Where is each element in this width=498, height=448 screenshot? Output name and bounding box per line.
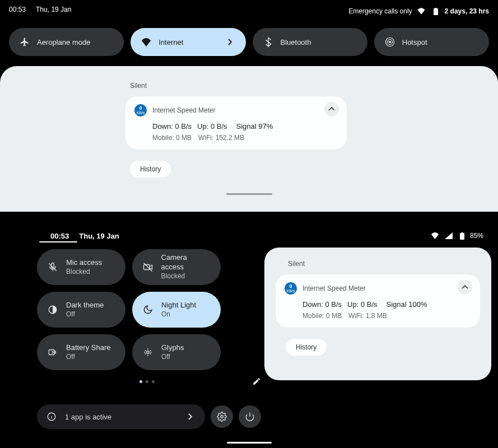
signal-icon	[443, 230, 454, 241]
history-button[interactable]: History	[286, 339, 327, 356]
tile-sub: Off	[66, 353, 111, 362]
page-dot[interactable]	[139, 380, 142, 383]
tile-sub: Off	[66, 310, 104, 319]
internet-tile[interactable]: Internet	[131, 28, 245, 56]
active-indicator	[39, 241, 77, 242]
night-light-tile[interactable]: Night LightOn	[132, 292, 221, 328]
bluetooth-icon	[263, 36, 274, 48]
svg-rect-0	[434, 8, 438, 15]
clock: 00:53	[9, 6, 26, 17]
tile-label: Hotspot	[402, 38, 427, 46]
hotspot-icon	[384, 36, 395, 48]
camera-access-tile[interactable]: Camera accessBlocked	[132, 249, 221, 285]
battery-percent: 85%	[470, 232, 483, 240]
dark-theme-tile[interactable]: Dark themeOff	[37, 292, 125, 328]
svg-point-12	[221, 416, 224, 418]
collapse-button[interactable]	[458, 280, 472, 295]
svg-rect-6	[461, 232, 463, 234]
clock: 00:53	[50, 232, 69, 240]
bluetooth-tile[interactable]: Bluetooth	[253, 28, 367, 56]
tile-sub: Off	[161, 353, 184, 362]
moon-icon	[142, 304, 153, 315]
gesture-nav-bar[interactable]	[227, 442, 272, 444]
tile-label: Bluetooth	[281, 38, 311, 46]
notification-app-name: Internet Speed Meter	[152, 106, 216, 114]
settings-button[interactable]	[211, 405, 233, 428]
notification-subtitle: Mobile: 0 MBWiFi: 152.2 MB	[152, 134, 338, 142]
glyphs-tile[interactable]: GlyphsOff	[132, 334, 221, 370]
camera-off-icon	[142, 262, 153, 273]
status-bar-bottom: 00:53 Thu, 19 Jan 85%	[0, 226, 498, 249]
tile-title: Mic access	[66, 258, 102, 268]
battery-icon	[430, 6, 441, 17]
edit-tiles-button[interactable]	[252, 377, 261, 386]
app-icon-internet-speed-meter: 0KB/s	[134, 104, 147, 116]
chevron-right-icon	[225, 36, 236, 48]
notification-subtitle: Mobile: 0 MBWiFi: 1.8 MB	[302, 312, 471, 320]
mic-off-icon	[47, 262, 58, 273]
hotspot-tile[interactable]: Hotspot	[374, 28, 489, 56]
dark-theme-icon	[47, 304, 58, 315]
tile-title: Camera access	[161, 253, 211, 272]
svg-point-2	[389, 41, 390, 43]
svg-rect-1	[435, 8, 436, 9]
svg-point-10	[147, 351, 150, 354]
active-apps-button[interactable]: 1 app is active	[37, 404, 205, 429]
info-icon	[46, 411, 57, 422]
notification-shade-top: Silent 0KB/s Internet Speed Meter Down: …	[0, 66, 498, 212]
tile-label: Internet	[159, 38, 183, 46]
quick-settings-grid: Mic accessBlocked Camera accessBlocked D…	[0, 249, 258, 370]
svg-rect-5	[460, 233, 464, 240]
wifi-icon	[430, 230, 441, 241]
aeroplane-mode-tile[interactable]: Aeroplane mode	[9, 28, 124, 56]
mic-access-tile[interactable]: Mic accessBlocked	[37, 249, 125, 285]
quick-settings-row: Aeroplane mode Internet Bluetooth Hots	[0, 22, 498, 66]
tile-sub: Blocked	[66, 268, 102, 277]
tile-title: Glyphs	[161, 343, 184, 353]
wifi-icon	[416, 6, 427, 17]
tile-title: Dark theme	[66, 301, 104, 310]
app-icon-internet-speed-meter: 0KB/s	[285, 282, 297, 295]
notification-title: Down: 0 B/sUp: 0 B/sSignal 100%	[302, 300, 471, 309]
page-indicator	[18, 380, 276, 383]
tile-title: Night Light	[161, 301, 196, 310]
date: Thu, 19 Jan	[36, 6, 71, 17]
history-button[interactable]: History	[130, 161, 171, 178]
collapse-button[interactable]	[324, 102, 339, 116]
chevron-right-icon	[185, 411, 196, 422]
tile-title: Battery Share	[66, 343, 111, 353]
notification-title: Down: 0 B/sUp: 0 B/sSignal 97%	[152, 122, 338, 130]
notification-section-silent: Silent	[130, 82, 498, 90]
wifi-icon	[141, 36, 152, 48]
emergency-text: Emergency calls only	[348, 7, 412, 15]
glyphs-icon	[142, 347, 153, 358]
notification-card[interactable]: 0KB/s Internet Speed Meter Down: 0 B/sUp…	[125, 96, 347, 150]
active-apps-label: 1 app is active	[65, 413, 111, 421]
notification-shade-right: Silent 0KB/s Internet Speed Meter Down: …	[264, 248, 491, 380]
notification-section-silent: Silent	[288, 260, 482, 268]
battery-icon	[457, 230, 468, 241]
battery-remaining-text: 2 days, 23 hrs	[445, 7, 489, 15]
tile-label: Aeroplane mode	[37, 38, 90, 46]
page-dot[interactable]	[152, 380, 155, 383]
notification-card[interactable]: 0KB/s Internet Speed Meter Down: 0 B/sUp…	[276, 274, 480, 328]
tile-sub: On	[161, 310, 196, 319]
battery-share-icon	[47, 347, 58, 358]
tile-sub: Blocked	[161, 272, 211, 281]
page-dot[interactable]	[146, 380, 148, 383]
notification-app-name: Internet Speed Meter	[302, 284, 366, 292]
aeroplane-icon	[19, 36, 30, 48]
battery-share-tile[interactable]: Battery ShareOff	[37, 334, 125, 370]
date: Thu, 19 Jan	[79, 232, 119, 240]
status-bar-top: 00:53 Thu, 19 Jan Emergency calls only 2…	[0, 0, 498, 22]
power-button[interactable]	[239, 405, 261, 428]
drag-handle[interactable]	[226, 193, 272, 195]
